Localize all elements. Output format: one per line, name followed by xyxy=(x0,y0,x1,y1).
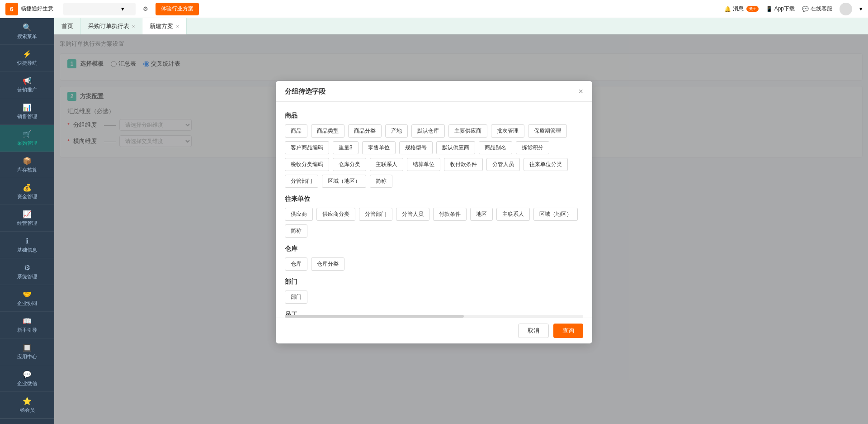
field-tag[interactable]: 付款条件 xyxy=(433,208,467,221)
notification-item[interactable]: 🔔 消息 99+ xyxy=(724,5,759,13)
tab-new-plan[interactable]: 新建方案 × xyxy=(142,18,186,34)
field-tag[interactable]: 简称 xyxy=(370,175,392,188)
sidebar-item-marketing[interactable]: 📢 营销推广 xyxy=(0,71,54,98)
field-grid: 供应商供应商分类分管部门分管人员付款条件地区主联系人区域（地区）简称 xyxy=(285,208,583,238)
field-tag[interactable]: 零售单位 xyxy=(362,141,396,154)
field-tag[interactable]: 商品分类 xyxy=(348,124,382,138)
search-icon: 🔍 xyxy=(23,23,32,32)
field-tag[interactable]: 仓库 xyxy=(285,257,307,271)
purchase-icon: 🛒 xyxy=(23,129,32,138)
inventory-icon: 📦 xyxy=(23,156,32,165)
user-menu-arrow[interactable]: ▾ xyxy=(859,5,863,12)
field-tag[interactable]: 规格型号 xyxy=(399,141,433,154)
field-tag[interactable]: 默认仓库 xyxy=(411,124,445,138)
field-tag[interactable]: 主联系人 xyxy=(370,158,403,171)
field-tag[interactable]: 商品 xyxy=(285,124,307,138)
modal-body: 商品商品商品类型商品分类产地默认仓库主要供应商批次管理保质期管理客户商品编码重量… xyxy=(276,102,592,315)
guide-icon: 📖 xyxy=(23,316,32,325)
sidebar: 🔍 搜索菜单 ⚡ 快捷导航 📢 营销推广 📊 销售管理 🛒 采购管理 📦 库存核… xyxy=(0,18,54,424)
field-tag[interactable]: 区域（地区） xyxy=(533,208,578,221)
sidebar-item-member[interactable]: ⭐ 畅会员 xyxy=(0,392,54,419)
top-header: 6 畅捷通好生意 ▾ ⚙ 体验行业方案 🔔 消息 99+ 📱 App下载 💬 在… xyxy=(0,0,868,18)
search-input[interactable] xyxy=(67,6,121,12)
field-tag[interactable]: 供应商 xyxy=(285,208,313,221)
field-tag[interactable]: 主联系人 xyxy=(496,208,530,221)
field-tag[interactable]: 保质期管理 xyxy=(528,124,567,138)
field-tag[interactable]: 仓库分类 xyxy=(333,158,366,171)
online-service-label: 在线客服 xyxy=(811,5,832,13)
sidebar-item-operations[interactable]: 📈 经营管理 xyxy=(0,205,54,232)
app-center-icon: 🔲 xyxy=(23,343,32,352)
header-right: 🔔 消息 99+ 📱 App下载 💬 在线客服 ▾ xyxy=(724,3,863,15)
online-service-item[interactable]: 💬 在线客服 xyxy=(802,5,832,13)
field-tag[interactable]: 往来单位分类 xyxy=(524,158,568,171)
online-service-icon: 💬 xyxy=(802,6,809,12)
logo-icon: 6 xyxy=(5,3,18,15)
field-tag[interactable]: 商品别名 xyxy=(479,141,512,154)
field-tag[interactable]: 分管人员 xyxy=(396,208,429,221)
logo-text: 畅捷通好生意 xyxy=(21,5,53,12)
operations-icon: 📈 xyxy=(23,210,32,219)
header-search-box[interactable]: ▾ xyxy=(63,3,136,15)
field-tag[interactable]: 分管人员 xyxy=(486,158,520,171)
experience-btn[interactable]: 体验行业方案 xyxy=(156,3,199,15)
avatar[interactable] xyxy=(840,3,852,15)
sidebar-item-basic-info[interactable]: ℹ 基础信息 xyxy=(0,232,54,258)
field-tag[interactable]: 供应商分类 xyxy=(316,208,355,221)
field-tag[interactable]: 客户商品编码 xyxy=(285,141,329,154)
cancel-button[interactable]: 取消 xyxy=(518,324,549,338)
tab-purchase-execution[interactable]: 采购订单执行表 × xyxy=(81,18,142,34)
header-middle: ▾ ⚙ 体验行业方案 xyxy=(63,3,724,15)
sidebar-item-search[interactable]: 🔍 搜索菜单 xyxy=(0,18,54,45)
field-tag[interactable]: 分管部门 xyxy=(285,175,318,188)
field-section-title: 仓库 xyxy=(285,245,583,253)
field-tag[interactable]: 简称 xyxy=(285,224,307,238)
modal-close-btn[interactable]: × xyxy=(578,87,583,95)
tab-close-purchase[interactable]: × xyxy=(132,24,135,29)
sidebar-item-sales[interactable]: 📊 销售管理 xyxy=(0,98,54,125)
sidebar-item-inventory[interactable]: 📦 库存核算 xyxy=(0,152,54,178)
field-tag[interactable]: 地区 xyxy=(470,208,493,221)
notification-badge: 99+ xyxy=(746,6,759,12)
field-section-title: 商品 xyxy=(285,112,583,120)
sidebar-item-wechat[interactable]: 💬 企业微信 xyxy=(0,365,54,392)
field-tag[interactable]: 区域（地区） xyxy=(322,175,366,188)
tab-home[interactable]: 首页 xyxy=(54,18,81,34)
app-download-icon: 📱 xyxy=(766,6,773,12)
sidebar-item-quick-nav[interactable]: ⚡ 快捷导航 xyxy=(0,45,54,71)
field-tag[interactable]: 商品类型 xyxy=(311,124,344,138)
system-icon: ⚙ xyxy=(23,263,32,272)
marketing-icon: 📢 xyxy=(23,76,32,85)
sidebar-item-purchase[interactable]: 🛒 采购管理 xyxy=(0,125,54,152)
field-grid: 商品商品类型商品分类产地默认仓库主要供应商批次管理保质期管理客户商品编码重量3零… xyxy=(285,124,583,188)
confirm-button[interactable]: 查询 xyxy=(553,324,583,338)
field-tag[interactable]: 税收分类编码 xyxy=(285,158,329,171)
sidebar-item-finance[interactable]: 💰 资金管理 xyxy=(0,178,54,205)
field-tag[interactable]: 拣货积分 xyxy=(516,141,549,154)
field-tag[interactable]: 部门 xyxy=(285,291,307,304)
field-tag[interactable]: 重量3 xyxy=(333,141,359,154)
field-tag[interactable]: 主要供应商 xyxy=(448,124,487,138)
field-tag[interactable]: 结算单位 xyxy=(407,158,440,171)
app-download-item[interactable]: 📱 App下载 xyxy=(766,5,795,13)
gear-button[interactable]: ⚙ xyxy=(139,3,152,15)
field-tag[interactable]: 默认供应商 xyxy=(436,141,475,154)
sidebar-item-guide[interactable]: 📖 新手引导 xyxy=(0,312,54,338)
modal-footer: 取消 查询 xyxy=(276,318,592,343)
field-tag[interactable]: 仓库分类 xyxy=(311,257,344,271)
modal-header: 分组待选字段 × xyxy=(276,81,592,102)
field-tag[interactable]: 收付款条件 xyxy=(444,158,483,171)
finance-icon: 💰 xyxy=(23,183,32,192)
sidebar-item-app-center[interactable]: 🔲 应用中心 xyxy=(0,338,54,365)
quick-nav-icon: ⚡ xyxy=(23,49,32,58)
tab-close-new-plan[interactable]: × xyxy=(176,24,179,29)
sidebar-item-enterprise[interactable]: 🤝 企业协同 xyxy=(0,285,54,312)
sidebar-item-system[interactable]: ⚙ 系统管理 xyxy=(0,258,54,285)
tab-bar: 首页 采购订单执行表 × 新建方案 × xyxy=(54,18,868,34)
field-grid: 部门 xyxy=(285,291,583,304)
field-tag[interactable]: 分管部门 xyxy=(359,208,392,221)
field-select-modal: 分组待选字段 × 商品商品商品类型商品分类产地默认仓库主要供应商批次管理保质期管… xyxy=(276,81,592,343)
search-icon: ▾ xyxy=(121,5,124,12)
field-tag[interactable]: 批次管理 xyxy=(491,124,524,138)
field-tag[interactable]: 产地 xyxy=(385,124,408,138)
